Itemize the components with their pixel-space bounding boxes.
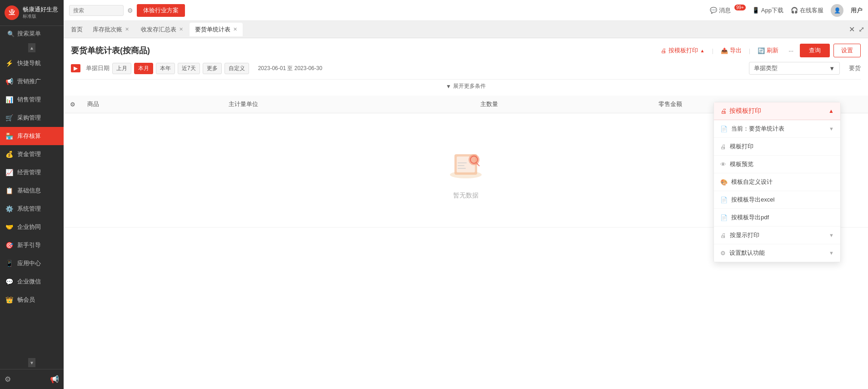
user-avatar[interactable]: 👤 bbox=[831, 4, 843, 17]
app-download-item[interactable]: 📱 App下载 bbox=[752, 6, 783, 15]
sidebar-scroll-down[interactable]: ▼ bbox=[0, 356, 64, 369]
popup-template-design[interactable]: 🎨 模板自定义设计 bbox=[714, 173, 840, 191]
search-icon: 🔍 bbox=[7, 30, 15, 37]
sidebar-label-marketing: 营销推广 bbox=[17, 77, 41, 86]
display-print-arrow: ▼ bbox=[829, 232, 834, 238]
popup-template-export-excel-label: 按模板导出excel bbox=[731, 196, 774, 204]
sidebar-item-guide[interactable]: 🎯 新手引导 bbox=[0, 236, 64, 254]
date-btn-last[interactable]: 上月 bbox=[112, 63, 131, 74]
sidebar-item-purchase[interactable]: 🛒 采购管理 bbox=[0, 109, 64, 127]
tab-collection-summary[interactable]: 收发存汇总表 ✕ bbox=[135, 23, 189, 36]
sidebar-item-finance[interactable]: 💰 资金管理 bbox=[0, 145, 64, 163]
close-collection-summary-icon[interactable]: ✕ bbox=[179, 26, 183, 32]
message-item[interactable]: 💬 消息 99+ bbox=[710, 6, 745, 15]
sidebar-scroll-up[interactable]: ▲ bbox=[0, 41, 64, 54]
sidebar-item-ops[interactable]: 📈 经营管理 bbox=[0, 163, 64, 182]
col-unit: 主计量单位 bbox=[223, 96, 475, 113]
sidebar-label-wechat: 企业微信 bbox=[17, 278, 41, 286]
export-button[interactable]: 📤 导出 bbox=[717, 45, 745, 56]
sidebar-item-system[interactable]: ⚙️ 系统管理 bbox=[0, 200, 64, 218]
settings-button[interactable]: 设置 bbox=[833, 44, 861, 57]
popup-set-default-group[interactable]: ⚙ 设置默认功能 ▼ bbox=[714, 244, 840, 262]
refresh-button[interactable]: 🔄 刷新 bbox=[754, 45, 782, 56]
date-btn-current[interactable]: 本月 bbox=[134, 63, 153, 74]
inventory-batch-label: 库存批次账 bbox=[93, 25, 122, 34]
svg-rect-7 bbox=[458, 165, 464, 166]
sidebar-item-marketing[interactable]: 📢 营销推广 bbox=[0, 72, 64, 91]
trial-button[interactable]: 体验行业方案 bbox=[137, 4, 185, 17]
toolbar-divider-2: | bbox=[749, 47, 750, 54]
order-type-select[interactable]: 单据类型 ▼ bbox=[749, 62, 840, 75]
date-btn-7days[interactable]: 近7天 bbox=[178, 63, 200, 74]
page-content: 🖨 按模板打印 ▲ 📄 当前：要货单统计表 ▼ 🖨 模板打印 bbox=[64, 38, 868, 389]
finance-icon: 💰 bbox=[5, 151, 14, 158]
sidebar-label-basic: 基础信息 bbox=[17, 187, 41, 195]
date-btn-year[interactable]: 本年 bbox=[156, 63, 175, 74]
close-order-stats-icon[interactable]: ✕ bbox=[233, 26, 237, 32]
scroll-down-btn[interactable]: ▼ bbox=[28, 358, 35, 367]
sidebar-item-shortcut[interactable]: ⚡ 快捷导航 bbox=[0, 54, 64, 72]
popup-template-print[interactable]: 🖨 模板打印 bbox=[714, 138, 840, 156]
app-title: 畅康通好生意 bbox=[23, 6, 58, 14]
popup-current-item[interactable]: 📄 当前：要货单统计表 ▼ bbox=[714, 120, 840, 138]
gear-icon[interactable]: ⚙ bbox=[127, 7, 133, 14]
order-stats-label: 要货单统计表 bbox=[195, 25, 230, 34]
scroll-up-btn[interactable]: ▲ bbox=[28, 43, 35, 52]
close-inventory-batch-icon[interactable]: ✕ bbox=[125, 26, 129, 32]
sidebar-search-item[interactable]: 🔍 搜索菜单 bbox=[0, 26, 64, 41]
sidebar-label-sales: 销售管理 bbox=[17, 96, 41, 104]
sidebar-item-wechat[interactable]: 💬 企业微信 bbox=[0, 273, 64, 291]
popup-template-design-label: 模板自定义设计 bbox=[731, 178, 773, 186]
query-button[interactable]: 查询 bbox=[800, 44, 830, 57]
sidebar-item-basic[interactable]: 📋 基础信息 bbox=[0, 182, 64, 200]
customer-service-label: 在线客服 bbox=[800, 6, 823, 15]
template-preview-icon: 👁 bbox=[720, 161, 726, 168]
search-input[interactable] bbox=[69, 5, 124, 16]
popup-current-left: 📄 当前：要货单统计表 bbox=[720, 125, 784, 133]
user-name: 用户 bbox=[851, 6, 863, 15]
sidebar-item-sales[interactable]: 📊 销售管理 bbox=[0, 91, 64, 109]
sidebar-item-inventory[interactable]: 🏪 库存核算 bbox=[0, 127, 64, 145]
shortcut-icon: ⚡ bbox=[5, 60, 14, 67]
popup-template-print-left: 🖨 模板打印 bbox=[720, 142, 753, 151]
logo-text: 畅康通好生意 标准版 bbox=[23, 6, 58, 20]
expand-tabs-btn[interactable]: ⤢ bbox=[858, 25, 864, 34]
tab-home[interactable]: 首页 bbox=[67, 23, 86, 36]
popup-template-print-label: 模板打印 bbox=[730, 142, 753, 151]
col-settings[interactable]: ⚙ bbox=[64, 96, 82, 113]
sidebar-search-label: 搜索菜单 bbox=[17, 30, 41, 38]
expand-arrow[interactable]: ▶ bbox=[71, 64, 80, 72]
template-design-icon: 🎨 bbox=[720, 179, 728, 186]
message-badge: 99+ bbox=[734, 5, 746, 10]
footer-speaker-icon[interactable]: 📢 bbox=[50, 375, 59, 384]
popup-display-print-group[interactable]: 🖨 按显示打印 ▼ bbox=[714, 227, 840, 244]
popup-template-preview[interactable]: 👁 模板预览 bbox=[714, 156, 840, 173]
popup-template-export-excel[interactable]: 📄 按模板导出excel bbox=[714, 191, 840, 209]
expand-more-btn[interactable]: ▼ 展开更多条件 bbox=[71, 79, 861, 93]
date-btn-custom[interactable]: 自定义 bbox=[224, 63, 249, 74]
topbar-right: 💬 消息 99+ 📱 App下载 🎧 在线客服 👤 用户 bbox=[710, 4, 863, 17]
close-all-tabs-btn[interactable]: ✕ bbox=[849, 25, 855, 34]
customer-service-item[interactable]: 🎧 在线客服 bbox=[791, 6, 823, 15]
popup-header-arrow: ▲ bbox=[828, 108, 834, 114]
popup-header[interactable]: 🖨 按模板打印 ▲ bbox=[714, 102, 840, 120]
template-excel-icon: 📄 bbox=[720, 197, 728, 203]
sidebar: 业 畅康通好生意 标准版 🔍 搜索菜单 ▲ ⚡ 快捷导航 📢 营销推广 📊 销售… bbox=[0, 0, 64, 389]
export-icon: 📤 bbox=[721, 47, 728, 54]
popup-template-export-pdf[interactable]: 📄 按模板导出pdf bbox=[714, 209, 840, 227]
print-button[interactable]: 🖨 按模板打印 ▲ bbox=[657, 45, 708, 56]
more-icon[interactable]: ··· bbox=[786, 47, 796, 54]
date-btn-more[interactable]: 更多 bbox=[203, 63, 222, 74]
sidebar-item-member[interactable]: 👑 畅会员 bbox=[0, 291, 64, 309]
popup-set-default-label: 设置默认功能 bbox=[729, 249, 765, 257]
sidebar-item-enterprise[interactable]: 🤝 企业协同 bbox=[0, 218, 64, 236]
footer-settings-icon[interactable]: ⚙ bbox=[5, 375, 11, 384]
sidebar-footer: ⚙ 📢 bbox=[0, 369, 64, 389]
popup-header-label: 按模板打印 bbox=[729, 107, 761, 115]
refresh-label: 刷新 bbox=[767, 46, 778, 55]
tab-inventory-batch[interactable]: 库存批次账 ✕ bbox=[87, 23, 135, 36]
sidebar-label-ops: 经营管理 bbox=[17, 168, 41, 177]
sidebar-label-guide: 新手引导 bbox=[17, 241, 41, 249]
tab-order-stats[interactable]: 要货单统计表 ✕ bbox=[190, 23, 243, 36]
sidebar-item-appcenter[interactable]: 📱 应用中心 bbox=[0, 254, 64, 273]
